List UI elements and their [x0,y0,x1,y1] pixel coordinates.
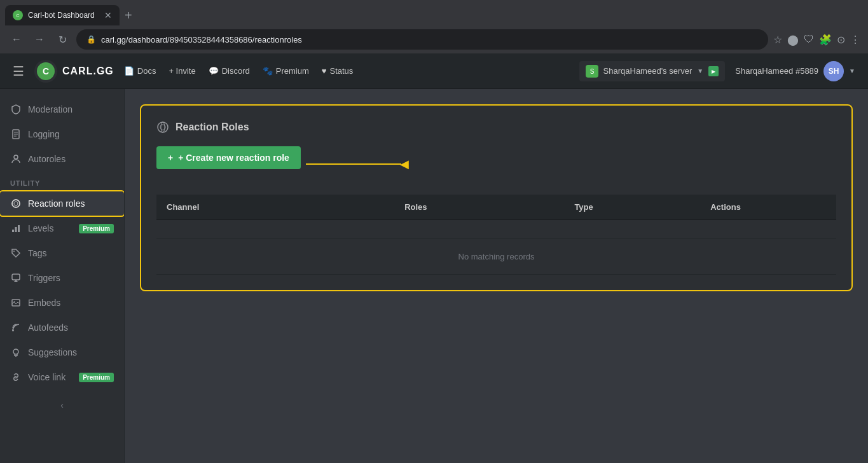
server-icon: S [586,65,598,78]
card-header: Reaction Roles [156,121,836,134]
column-channel: Channel [156,195,394,220]
annotation-arrow: ◀ [306,157,409,171]
extension-icon-1[interactable]: ⬤ [787,34,799,46]
sidebar-item-moderation[interactable]: Moderation [0,97,124,121]
extension-icon-2[interactable]: 🛡 [804,34,814,45]
sidebar-item-label: Autofeeds [28,322,68,333]
tab-close-button[interactable]: ✕ [104,10,112,20]
bar-chart-icon [10,223,22,234]
sidebar-item-voice-link[interactable]: Voice link Premium [0,365,124,389]
sidebar-item-suggestions[interactable]: Suggestions [0,340,124,364]
extension-icon-3[interactable]: 🧩 [819,34,832,46]
sidebar-item-embeds[interactable]: Embeds [0,291,124,315]
table-filter-row [156,220,836,239]
svg-point-23 [12,329,14,331]
svg-rect-17 [15,227,17,232]
sidebar-item-tags[interactable]: Tags [0,241,124,265]
card-title: Reaction Roles [176,121,249,133]
svg-point-13 [14,155,18,159]
svg-point-27 [161,122,165,132]
lock-icon: 🔒 [86,35,96,44]
main-content: Reaction Roles + + Create new reaction r… [125,89,868,463]
bulb-icon [10,347,22,358]
reaction-roles-icon [156,121,169,134]
premium-badge: Premium [79,224,114,233]
arrow-line [306,163,401,165]
svg-point-19 [13,251,15,252]
app-header: ☰ C CARL.GG 📄 Docs + Invite 💬 Discord 🐾 … [0,53,868,89]
menu-icon[interactable]: ⋮ [850,34,860,46]
svg-text:S: S [589,68,594,75]
user-info: SharqaHameed #5889 SH ▼ [735,61,855,81]
sidebar-item-label: Embeds [28,298,60,308]
hamburger-menu[interactable]: ☰ [13,64,24,79]
svg-text:▶: ▶ [712,69,716,74]
username: SharqaHameed #5889 [735,66,818,76]
image-icon [10,297,22,308]
svg-rect-18 [18,225,20,232]
flag-icon: ▶ [708,66,719,76]
sidebar-item-autoroles[interactable]: Autoroles [0,147,124,171]
column-actions: Actions [700,195,836,220]
bookmark-icon[interactable]: ☆ [773,34,782,46]
forward-button[interactable]: → [31,31,48,48]
nav-premium[interactable]: 🐾 Premium [263,66,309,76]
premium-badge-voice: Premium [79,373,114,382]
header-right: S SharqaHameed's server ▼ ▶ SharqaHameed… [579,61,855,81]
nav-discord[interactable]: 💬 Discord [209,66,250,76]
sidebar-item-label: Tags [28,248,47,258]
sidebar-item-autofeeds[interactable]: Autofeeds [0,315,124,340]
sidebar-collapse-button[interactable]: ‹ [0,390,124,420]
sidebar: Moderation Logging Autoroles UTILITY [0,89,125,463]
sidebar-item-levels[interactable]: Levels Premium [0,216,124,240]
reaction-icon [10,198,22,209]
profile-icon[interactable]: ⊙ [837,34,845,46]
arrow-head-icon: ◀ [400,157,409,171]
svg-text:C: C [16,13,19,18]
server-selector[interactable]: S SharqaHameed's server ▼ ▶ [579,61,726,81]
utility-section-label: UTILITY [0,172,124,191]
user-chevron-icon: ▼ [849,67,855,74]
logo[interactable]: C CARL.GG [34,60,114,83]
svg-point-24 [13,349,18,354]
svg-point-26 [158,122,168,132]
logo-icon: C [34,60,57,83]
new-tab-button[interactable]: + [122,6,135,25]
svg-rect-16 [12,230,14,232]
header-left: ☰ C CARL.GG 📄 Docs + Invite 💬 Discord 🐾 … [13,60,353,83]
nav-docs[interactable]: 📄 Docs [124,66,156,76]
avatar: SH [823,61,844,81]
no-records-row: No matching records [156,239,836,275]
address-bar[interactable]: 🔒 carl.gg/dashboard/894503528444358686/r… [76,29,768,50]
browser-tab[interactable]: C Carl-bot Dashboard ✕ [5,5,120,25]
logo-text: CARL.GG [62,66,114,77]
column-roles: Roles [394,195,564,220]
sidebar-item-label: Voice link [28,372,65,382]
sidebar-item-label: Suggestions [28,347,77,357]
chat-icon [10,272,22,284]
no-records-text: No matching records [156,239,836,275]
link-icon [10,371,22,383]
tab-favicon: C [13,10,23,20]
sidebar-item-reaction-roles[interactable]: Reaction roles [0,191,124,216]
tab-title: Carl-bot Dashboard [28,11,95,20]
server-name: SharqaHameed's server [603,66,692,76]
nav-status[interactable]: ♥ Status [322,66,354,76]
reaction-roles-table: Channel Roles Type Actions [156,195,836,275]
refresh-button[interactable]: ↻ [53,31,71,48]
back-button[interactable]: ← [8,31,25,48]
shield-icon [10,104,22,115]
svg-text:C: C [43,66,49,76]
sidebar-item-label: Autoroles [28,154,65,164]
sidebar-item-triggers[interactable]: Triggers [0,266,124,290]
nav-invite[interactable]: + Invite [169,66,195,76]
reaction-roles-card: Reaction Roles + + Create new reaction r… [140,104,853,291]
sidebar-item-label: Triggers [28,273,60,283]
create-button-row: + + Create new reaction role ◀ [156,146,836,182]
url-text: carl.gg/dashboard/894503528444358686/rea… [101,35,302,45]
sidebar-item-logging[interactable]: Logging [0,122,124,146]
create-reaction-role-button[interactable]: + + Create new reaction role [156,146,301,169]
svg-rect-20 [12,274,20,280]
tag-icon [10,247,22,259]
file-icon [10,128,22,140]
